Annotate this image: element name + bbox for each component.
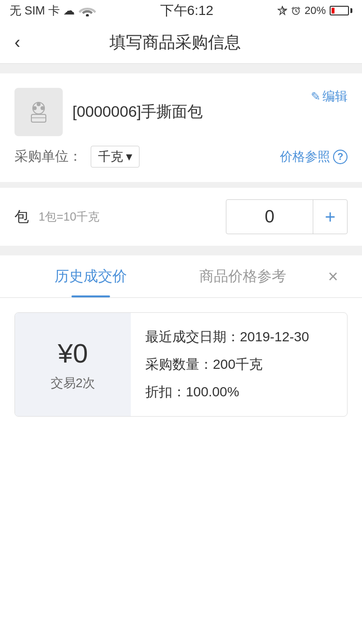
svg-line-3 (296, 11, 297, 12)
price-card: ¥0 交易2次 最近成交日期：2019-12-30 采购数量：200千克 折扣：… (14, 312, 348, 417)
help-icon: ? (333, 150, 348, 164)
product-card: [0000006]手撕面包 ✎ 编辑 采购单位： 千克 ▾ 价格参照 ? (0, 73, 362, 182)
product-name: [0000006]手撕面包 (72, 101, 203, 123)
trade-date: 最近成交日期：2019-12-30 (145, 327, 333, 346)
discount-value: 100.00% (186, 384, 239, 399)
wifi-icon (79, 5, 96, 16)
divider (0, 182, 362, 188)
quantity-row: 包 1包=10千克 0 + (0, 188, 362, 246)
nav-bar: ‹ 填写商品采购信息 (0, 21, 362, 64)
package-label: 包 (14, 207, 29, 227)
status-bar: 无 SIM 卡 ☁ 下午6:12 20% (0, 0, 362, 21)
edit-button[interactable]: ✎ 编辑 (311, 88, 348, 105)
qty-label: 采购数量： (145, 357, 213, 372)
tab-history-price[interactable]: 历史成交价 (14, 255, 167, 297)
location-icon (278, 6, 287, 15)
package-equiv: 1包=10千克 (39, 209, 216, 224)
unit-selector[interactable]: 千克 ▾ (91, 146, 139, 168)
unit-row-left: 采购单位： 千克 ▾ (14, 146, 139, 168)
quantity-plus-button[interactable]: + (313, 200, 347, 234)
discount: 折扣：100.00% (145, 382, 333, 401)
unit-value: 千克 (98, 148, 123, 165)
price-ref-label: 价格参照 (280, 148, 330, 165)
status-left: 无 SIM 卡 ☁ (10, 3, 96, 18)
empty-content-area (0, 431, 362, 644)
product-thumbnail (14, 88, 63, 136)
tab-active-indicator (71, 295, 110, 297)
status-time: 下午6:12 (160, 1, 214, 20)
product-info: [0000006]手撕面包 (14, 88, 203, 136)
price-reference-button[interactable]: 价格参照 ? (280, 148, 348, 165)
purchase-qty: 采购数量：200千克 (145, 355, 333, 374)
page-title: 填写商品采购信息 (30, 31, 320, 54)
tab-bar: 历史成交价 商品价格参考 × (0, 255, 362, 298)
tab-product-label: 商品价格参考 (199, 266, 286, 286)
price-details: 最近成交日期：2019-12-30 采购数量：200千克 折扣：100.00% (131, 313, 347, 416)
battery-icon (330, 6, 352, 15)
signal-text: 无 SIM 卡 ☁ (10, 3, 75, 18)
svg-rect-8 (31, 114, 46, 122)
svg-point-6 (41, 106, 44, 110)
trade-count: 交易2次 (51, 375, 95, 392)
discount-label: 折扣： (145, 384, 186, 399)
price-summary: ¥0 交易2次 (15, 313, 131, 416)
back-button[interactable]: ‹ (14, 32, 20, 53)
price-amount: ¥0 (58, 337, 88, 369)
unit-label: 采购单位： (14, 149, 82, 164)
tab-history-label: 历史成交价 (55, 266, 127, 286)
date-value: 2019-12-30 (240, 329, 309, 344)
qty-value: 200千克 (213, 357, 263, 372)
svg-point-0 (86, 14, 89, 16)
battery-percent: 20% (305, 4, 326, 17)
tab-product-price[interactable]: 商品价格参考 (167, 255, 319, 297)
svg-point-5 (33, 106, 37, 110)
quantity-input-area: 0 + (226, 199, 348, 234)
tab-panel: 历史成交价 商品价格参考 × ¥0 交易2次 最近成交日期：2019-12-30… (0, 255, 362, 431)
price-card-container: ¥0 交易2次 最近成交日期：2019-12-30 采购数量：200千克 折扣：… (0, 298, 362, 431)
tab-close-button[interactable]: × (319, 262, 348, 291)
date-label: 最近成交日期： (145, 329, 240, 344)
quantity-value[interactable]: 0 (226, 200, 313, 234)
status-right: 20% (278, 4, 352, 17)
dropdown-arrow-icon: ▾ (126, 149, 132, 164)
edit-label: 编辑 (322, 88, 348, 105)
svg-point-7 (37, 102, 41, 106)
alarm-icon (291, 6, 301, 15)
edit-icon: ✎ (311, 90, 320, 103)
